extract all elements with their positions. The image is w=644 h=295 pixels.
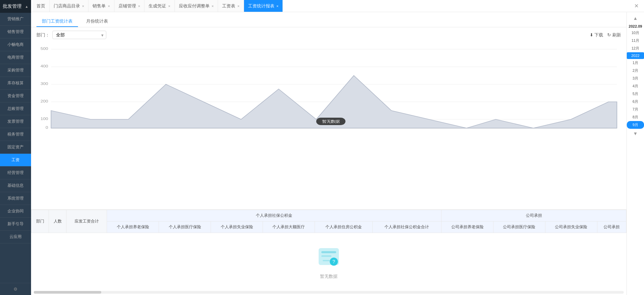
sidebar-item-采购管理[interactable]: 采购管理 [0,64,31,77]
sidebar-items: 营销推广销售管理小畅电商电商管理采购管理库存核算资金管理总账管理发票管理税务管理… [0,13,31,243]
tab-工资表[interactable]: 工资表× [218,0,244,12]
sidebar-item-销售管理[interactable]: 销售管理 [0,26,31,38]
svg-text:400: 400 [41,64,48,68]
tab-label-店铺管理: 店铺管理 [118,3,136,9]
refresh-button[interactable]: ↻ 刷新 [607,32,621,38]
sidebar-item-营销推广[interactable]: 营销推广 [0,13,31,26]
download-button[interactable]: ⬇ 下载 [590,32,603,38]
date-nav-up[interactable]: ▲ [631,13,640,23]
month-2022-10[interactable]: 10月 [627,29,644,37]
tab-label-门店商品目录: 门店商品目录 [54,3,80,9]
tab-items: 首页门店商品目录×销售单×店铺管理×生成凭证×应收应付调整单×工资表×工资统计报… [32,0,630,12]
svg-rect-17 [321,255,331,257]
tab-销售单[interactable]: 销售单× [88,0,114,12]
svg-text:300: 300 [41,82,48,86]
col-personal-major-medical: 个人承担大额医疗 [263,222,315,233]
col-salary-total: 应发工资合计 [66,210,107,233]
toolbar-left: 部门： 全部 [36,31,106,39]
sidebar-item-总账管理[interactable]: 总账管理 [0,102,31,115]
col-company-pension: 公司承担养老保险 [441,222,493,233]
sidebar-header[interactable]: 批发管理 ▲ [0,0,31,13]
month-2022-11[interactable]: 11月 [627,37,644,45]
col-company-unemployment: 公司承担失业保险 [545,222,597,233]
col-personal-housing: 个人承担住房公积金 [315,222,372,233]
svg-text:200: 200 [41,99,48,103]
no-data-icon: ? [315,243,342,270]
tab-close-工资表[interactable]: × [237,4,239,8]
sidebar-item-新手引导[interactable]: 新手引导 [0,218,31,231]
table-container: 部门 人数 应发工资合计 个人承担社保公积金 公司承担 个人承担养老保险 个人承… [31,209,626,295]
tab-close-门店商品目录[interactable]: × [82,4,84,8]
tab-close-工资统计报表[interactable]: × [276,4,278,8]
month-4[interactable]: 4月 [627,82,644,90]
sidebar-item-工资[interactable]: 工资 [0,154,31,167]
refresh-icon: ↻ [607,32,612,37]
sidebar-header-label: 批发管理 [3,3,22,9]
dept-label: 部门： [36,32,50,38]
sidebar-item-资金管理[interactable]: 资金管理 [0,90,31,102]
tab-label-首页: 首页 [36,3,45,9]
month-9[interactable]: 9月 [627,121,644,129]
month-6[interactable]: 6月 [627,98,644,106]
month-1[interactable]: 1月 [627,59,644,67]
svg-text:?: ? [332,259,335,264]
month-7[interactable]: 7月 [627,106,644,113]
dept-select[interactable]: 全部 [52,31,106,39]
sidebar-item-企业协同[interactable]: 企业协同 [0,205,31,218]
sidebar-item-基础信息[interactable]: 基础信息 [0,179,31,192]
dept-select-wrapper: 全部 [52,31,106,39]
tab-应收应付调整单[interactable]: 应收应付调整单× [175,0,218,12]
month-3[interactable]: 3月 [627,75,644,82]
sidebar-settings[interactable]: ⚙ [0,283,31,295]
col-personal-pension: 个人承担养老保险 [107,222,159,233]
svg-text:暂无数据: 暂无数据 [322,119,340,123]
close-all-button[interactable]: ✕ [630,0,643,12]
tab-close-生成凭证[interactable]: × [168,4,170,8]
sidebar-item-经营管理[interactable]: 经营管理 [0,167,31,179]
sidebar-item-税务管理[interactable]: 税务管理 [0,128,31,141]
month-8[interactable]: 8月 [627,113,644,121]
toolbar-right: ⬇ 下载 ↻ 刷新 [590,32,621,38]
sub-tab-部门工资统计表[interactable]: 部门工资统计表 [36,16,78,27]
year-2022-label[interactable]: 2022 [627,52,644,59]
svg-rect-20 [323,260,330,261]
sidebar-header-arrow: ▲ [25,5,28,8]
table-header-row-1: 部门 人数 应发工资合计 个人承担社保公积金 公司承担 [31,210,626,222]
tab-label-生成凭证: 生成凭证 [149,3,166,9]
tab-首页[interactable]: 首页 [32,0,50,12]
content-area: 部门工资统计表月份统计表 部门： 全部 ⬇ 下载 [31,12,644,295]
tab-close-应收应付调整单[interactable]: × [212,4,214,8]
year-2022-top-label: 2022.09 [629,24,642,28]
scrollbar-thumb[interactable] [34,291,101,294]
sidebar-item-库存核算[interactable]: 库存核算 [0,77,31,90]
col-personal-group: 个人承担社保公积金 [107,210,441,222]
tab-close-店铺管理[interactable]: × [138,4,140,8]
tab-门店商品目录[interactable]: 门店商品目录× [50,0,88,12]
svg-rect-16 [321,251,336,253]
sidebar-item-电商管理[interactable]: 电商管理 [0,51,31,64]
month-2022-12[interactable]: 12月 [627,45,644,52]
tab-工资统计报表[interactable]: 工资统计报表× [244,0,283,12]
tab-生成凭证[interactable]: 生成凭证× [144,0,175,12]
month-5[interactable]: 5月 [627,90,644,98]
col-personal-unemployment: 个人承担失业保险 [211,222,263,233]
tab-店铺管理[interactable]: 店铺管理× [114,0,144,12]
settings-icon: ⚙ [14,287,18,292]
tab-bar: 首页门店商品目录×销售单×店铺管理×生成凭证×应收应付调整单×工资表×工资统计报… [31,0,644,12]
date-nav-down[interactable]: ▼ [631,129,640,138]
month-2[interactable]: 2月 [627,67,644,75]
svg-text:0: 0 [46,125,48,129]
sidebar-item-云应用[interactable]: 云应用 [0,231,31,243]
sub-tab-月份统计表[interactable]: 月份统计表 [81,16,113,27]
sub-tabs: 部门工资统计表月份统计表 [31,12,626,27]
col-company-group: 公司承担 [441,210,626,222]
horizontal-scrollbar[interactable] [34,291,624,294]
sidebar-item-固定资产[interactable]: 固定资产 [0,141,31,154]
sidebar-item-发票管理[interactable]: 发票管理 [0,115,31,128]
sidebar-item-系统管理[interactable]: 系统管理 [0,192,31,205]
tab-label-工资表: 工资表 [222,3,235,9]
tab-label-工资统计报表: 工资统计报表 [248,3,274,9]
main-area: 首页门店商品目录×销售单×店铺管理×生成凭证×应收应付调整单×工资表×工资统计报… [31,0,644,295]
tab-close-销售单[interactable]: × [108,4,110,8]
sidebar-item-小畅电商[interactable]: 小畅电商 [0,38,31,51]
